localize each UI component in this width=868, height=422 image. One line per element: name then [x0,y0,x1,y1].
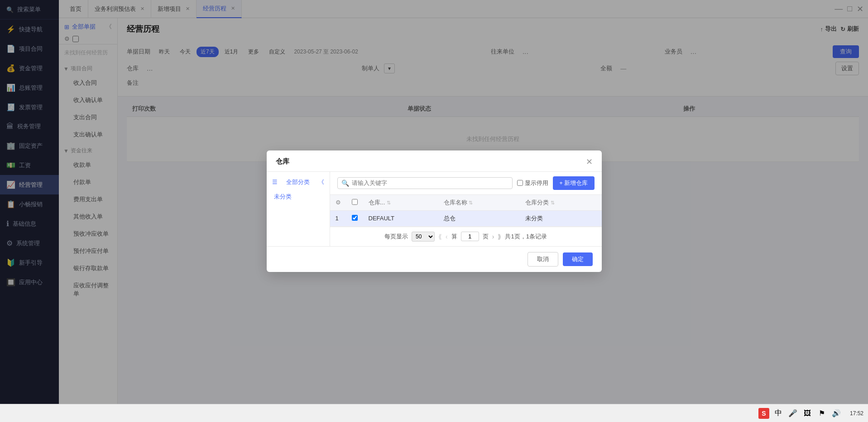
dialog-left-header[interactable]: ☰ 全部分类 《 [267,175,330,189]
dialog-page-input[interactable] [461,232,479,241]
sort-category-icon[interactable]: ⇅ [551,200,555,205]
col-category-label: 仓库分类 [525,199,549,206]
taskbar-icon-flag[interactable]: ⚑ [816,408,827,419]
dialog-body: ☰ 全部分类 《 未分类 🔍 [267,172,602,246]
cancel-btn[interactable]: 取消 [528,252,558,267]
col-gear[interactable]: ⚙ [330,195,346,211]
dialog-first-page-btn[interactable]: ⟪ [438,233,442,240]
add-warehouse-btn[interactable]: + 新增仓库 [553,176,594,190]
dialog-collapse-icon[interactable]: 《 [318,178,324,186]
dialog-total-text: 共1页，1条记录 [505,233,547,241]
all-category-label: 全部分类 [286,178,310,186]
dialog-right-panel: 🔍 显示停用 + 新增仓库 [330,172,602,246]
dialog-page-suffix: 页 [483,233,489,241]
show-disabled-label[interactable]: 显示停用 [517,179,548,187]
taskbar-icon-img[interactable]: 🖼 [802,408,813,419]
dialog-next-page-btn[interactable]: › [492,233,494,240]
dialog-overlay: 仓库 ✕ ☰ 全部分类 《 未分类 [0,0,868,422]
dialog-search-box[interactable]: 🔍 [337,177,513,189]
dialog-prev-page-btn[interactable]: ‹ [446,233,448,240]
all-category-icon: ☰ [272,179,278,185]
dialog-left-panel: ☰ 全部分类 《 未分类 [267,172,330,246]
show-disabled-checkbox[interactable] [517,180,523,186]
taskbar-icon-mic[interactable]: 🎤 [787,408,798,419]
dialog-category-uncategorized[interactable]: 未分类 [267,189,330,204]
dialog-table: ⚙ 仓库... ⇅ [330,195,602,227]
taskbar-icon-zh[interactable]: 中 [773,408,784,419]
dialog-per-page-select[interactable]: 50 100 [412,232,435,242]
dialog-footer: 取消 确定 [267,246,602,272]
confirm-btn[interactable]: 确定 [563,252,593,266]
col-name-label: 仓库名称 [444,199,467,206]
dialog-search-input[interactable] [352,179,509,186]
col-checkbox[interactable] [346,195,363,211]
taskbar-apps: S 中 🎤 🖼 ⚑ 🔊 17:52 [758,408,863,419]
table-row[interactable]: 1 DEFAULT 总仓 未分类 [330,210,602,226]
sort-name-icon[interactable]: ⇅ [469,200,473,205]
col-code-label: 仓库... [369,199,385,206]
row-name: 总仓 [438,210,520,226]
col-warehouse-category: 仓库分类 ⇅ [520,195,601,211]
dialog-page-word: 算 [451,233,457,241]
row-num: 1 [330,210,346,226]
dialog-close-btn[interactable]: ✕ [586,157,593,167]
dialog-last-page-btn[interactable]: ⟫ [498,233,501,240]
row-code: DEFAULT [363,210,438,226]
dialog-toolbar: 🔍 显示停用 + 新增仓库 [330,172,602,195]
dialog-table-wrap: ⚙ 仓库... ⇅ [330,195,602,227]
add-warehouse-label: + 新增仓库 [559,179,588,187]
taskbar: S 中 🎤 🖼 ⚑ 🔊 17:52 [0,404,868,422]
dialog-pagination: 每页显示 50 100 ⟪ ‹ 算 页 › ⟫ 共1页，1条记录 [330,227,602,246]
dialog-per-page-label: 每页显示 [384,233,408,241]
taskbar-clock: 17:52 [850,410,863,417]
row-checkbox[interactable] [346,210,363,226]
taskbar-icon-s[interactable]: S [758,408,769,419]
dialog-header: 仓库 ✕ [267,150,602,172]
dialog-table-gear-icon[interactable]: ⚙ [336,199,341,206]
dialog-title: 仓库 [276,157,289,166]
warehouse-dialog: 仓库 ✕ ☰ 全部分类 《 未分类 [267,150,602,272]
dialog-select-all[interactable] [352,199,358,205]
col-warehouse-code: 仓库... ⇅ [363,195,438,211]
show-disabled-text: 显示停用 [525,179,548,187]
search-icon-dialog: 🔍 [341,179,349,187]
taskbar-icon-sound[interactable]: 🔊 [831,408,842,419]
col-warehouse-name: 仓库名称 ⇅ [438,195,520,211]
category-label: 未分类 [274,193,292,200]
row-category: 未分类 [520,210,601,226]
sort-code-icon[interactable]: ⇅ [387,200,391,205]
